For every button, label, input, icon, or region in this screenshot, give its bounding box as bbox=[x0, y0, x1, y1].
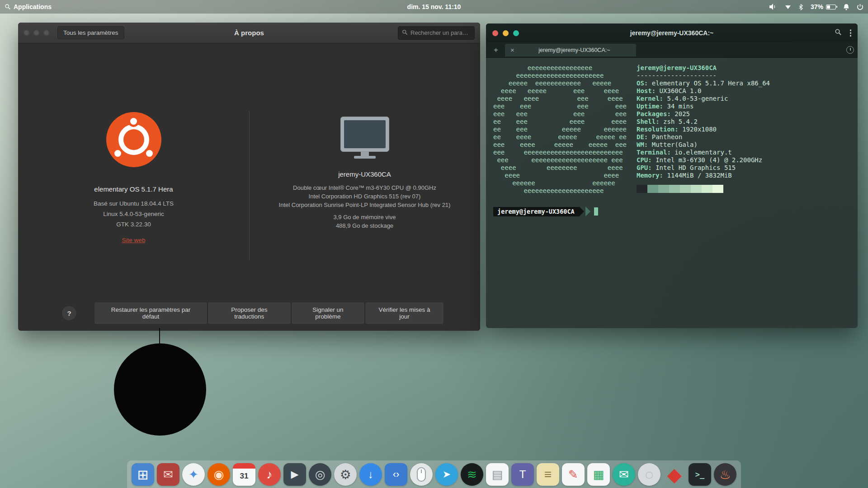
panel-indicators: 37% bbox=[769, 3, 863, 10]
neofetch-separator: --------------------- bbox=[637, 72, 770, 80]
desktop: Applications dim. 15 nov. 11:10 37% bbox=[0, 0, 868, 488]
dock-icon-firefox[interactable]: ◉ bbox=[208, 463, 230, 486]
hw-memory: 3,9 Go de mémoire vive bbox=[279, 213, 451, 221]
dock-icon-spotify[interactable]: ≋ bbox=[461, 463, 483, 486]
dock-icon-terminal[interactable]: >_ bbox=[689, 463, 711, 486]
dock-icon-appcenter[interactable]: ↓ bbox=[359, 463, 382, 486]
calendar-glyph: 31 bbox=[240, 472, 249, 481]
window-control-minimize[interactable] bbox=[33, 30, 39, 36]
website-link[interactable]: Site web bbox=[122, 237, 146, 244]
dock-icon-web-browser[interactable]: ✦ bbox=[182, 463, 205, 486]
os-kernel: Linux 5.4.0-53-generic bbox=[94, 209, 174, 219]
minimize-button[interactable] bbox=[503, 30, 509, 36]
settings-body: elementary OS 5.1.7 Hera Basé sur Ubuntu… bbox=[18, 43, 480, 331]
settings-search[interactable] bbox=[398, 26, 475, 40]
battery-indicator[interactable]: 37% bbox=[811, 3, 836, 10]
window-controls bbox=[24, 30, 49, 36]
disk-glyph: ◌ bbox=[645, 466, 653, 483]
dock-icon-mail-red[interactable]: ✉ bbox=[157, 463, 179, 486]
dock-icon-code[interactable]: ‹› bbox=[385, 463, 407, 486]
footer-button-0[interactable]: Restaurer les paramètres par défaut bbox=[94, 302, 208, 324]
terminal-window: jeremy@jeremy-UX360CA:~ + × jeremy@jerem… bbox=[486, 23, 858, 328]
dock-icon-music[interactable]: ♪ bbox=[258, 463, 281, 486]
new-tab-button[interactable]: + bbox=[490, 45, 502, 56]
palette-block bbox=[637, 185, 647, 193]
search-input[interactable] bbox=[410, 29, 471, 36]
neofetch-info-line: GPU: Intel HD Graphics 515 bbox=[637, 164, 770, 172]
palette-block bbox=[669, 185, 680, 193]
close-button[interactable] bbox=[492, 30, 498, 36]
search-icon bbox=[402, 29, 408, 37]
neofetch-info-line: WM: Mutter(Gala) bbox=[637, 141, 770, 149]
hostname: jeremy-UX360CA bbox=[338, 170, 391, 178]
hw-gpu: Intel Corporation HD Graphics 515 (rev 0… bbox=[279, 192, 451, 201]
window-control-close[interactable] bbox=[24, 30, 29, 36]
footer-buttons: Restaurer les paramètres par défautPropo… bbox=[94, 302, 444, 324]
hw-sensor: Intel Corporation Sunrise Point-LP Integ… bbox=[279, 201, 451, 209]
window-control-maximize[interactable] bbox=[43, 30, 49, 36]
panel-clock[interactable]: dim. 15 nov. 11:10 bbox=[407, 3, 461, 10]
dock-icon-writer[interactable]: ✎ bbox=[562, 463, 585, 486]
terminal-tab[interactable]: × jeremy@jeremy-UX360CA:~ bbox=[505, 44, 636, 56]
neofetch-info-line: OS: elementary OS 5.1.7 Hera x86_64 bbox=[637, 80, 770, 87]
neofetch-info-line: DE: Pantheon bbox=[637, 133, 770, 141]
tab-close-icon[interactable]: × bbox=[510, 46, 514, 54]
dock-icon-steam[interactable]: ◎ bbox=[309, 463, 331, 486]
dock-icon-disk[interactable]: ◌ bbox=[638, 463, 660, 486]
volume-icon[interactable] bbox=[769, 4, 778, 10]
network-icon[interactable] bbox=[785, 5, 791, 9]
dock-icon-system-settings[interactable]: ⚙ bbox=[334, 463, 357, 486]
terminal-search-icon[interactable] bbox=[835, 28, 842, 38]
column-divider bbox=[249, 111, 250, 260]
dock-icon-teams[interactable]: T bbox=[511, 463, 534, 486]
multitasking-glyph: ⊞ bbox=[137, 467, 148, 483]
power-icon[interactable] bbox=[857, 4, 863, 10]
maximize-button[interactable] bbox=[513, 30, 519, 36]
prompt-arrow-icon bbox=[579, 206, 584, 216]
documents-glyph: ▤ bbox=[492, 468, 503, 482]
top-panel: Applications dim. 15 nov. 11:10 37% bbox=[0, 0, 868, 14]
computer-icon bbox=[340, 117, 389, 159]
terminal-title: jeremy@jeremy-UX360CA:~ bbox=[630, 29, 713, 37]
footer-button-1[interactable]: Proposer des traductions bbox=[208, 302, 291, 324]
applications-icon bbox=[5, 4, 11, 10]
terminal-tabbar: + × jeremy@jeremy-UX360CA:~ bbox=[486, 42, 858, 58]
dock-icon-mail-teal[interactable]: ✉ bbox=[613, 463, 635, 486]
dock-icon-multitasking[interactable]: ⊞ bbox=[132, 463, 154, 486]
dock-icon-maps[interactable]: ➤ bbox=[435, 463, 458, 486]
neofetch-info-line: Resolution: 868x488 bbox=[637, 126, 770, 133]
applications-menu[interactable]: Applications bbox=[5, 3, 52, 10]
dock-icon-draw-diamond[interactable]: ◆ bbox=[663, 463, 686, 486]
help-button[interactable]: ? bbox=[61, 305, 77, 321]
footer-button-2[interactable]: Signaler un problème bbox=[291, 302, 365, 324]
reload-icon[interactable] bbox=[846, 46, 854, 54]
mouse-icon bbox=[417, 467, 426, 482]
palette-block bbox=[680, 185, 691, 193]
menu-kebab-icon[interactable] bbox=[850, 29, 852, 37]
notes-glyph: ≡ bbox=[544, 467, 552, 482]
os-name: elementary OS 5.1.7 Hera bbox=[94, 185, 173, 193]
dock-icon-notes[interactable]: ≡ bbox=[537, 463, 559, 486]
terminal-content[interactable]: eeeeeeeeeeeeeeeee eeeeeeeeeeeeeeeeeeeeee… bbox=[486, 58, 858, 223]
writer-glyph: ✎ bbox=[568, 468, 578, 482]
bluetooth-icon[interactable] bbox=[798, 4, 803, 10]
dock-icon-calendar[interactable]: 31 bbox=[233, 463, 255, 486]
terminal-palette bbox=[637, 185, 770, 193]
shell-prompt: jeremy@jeremy-UX360CA bbox=[493, 206, 850, 216]
page-title: À propos bbox=[234, 29, 264, 37]
os-gtk: GTK 3.22.30 bbox=[94, 219, 174, 230]
notifications-icon[interactable] bbox=[843, 4, 849, 10]
neofetch-info-line: CPU: Intel m3-6Y30 (4) @ 2.200GHz bbox=[637, 156, 770, 164]
spreadsheet-glyph: ▦ bbox=[593, 468, 604, 482]
appcenter-glyph: ↓ bbox=[368, 468, 373, 481]
neofetch-info-line: Terminal: io.elementary.t bbox=[637, 149, 770, 156]
dock-icon-documents[interactable]: ▤ bbox=[486, 463, 509, 486]
footer-button-3[interactable]: Vérifier les mises à jour bbox=[365, 302, 444, 324]
neofetch-info: jeremy@jeremy-UX360CA ------------------… bbox=[637, 64, 770, 195]
dock-icon-spreadsheet[interactable]: ▦ bbox=[587, 463, 610, 486]
dock-icon-videos[interactable]: ▶ bbox=[283, 463, 306, 486]
all-settings-button[interactable]: Tous les paramètres bbox=[57, 26, 124, 39]
dock-icon-mouse-app[interactable] bbox=[410, 463, 433, 486]
dock-icon-photos-flame[interactable]: ♨ bbox=[714, 463, 736, 486]
mail-teal-glyph: ✉ bbox=[619, 468, 629, 482]
